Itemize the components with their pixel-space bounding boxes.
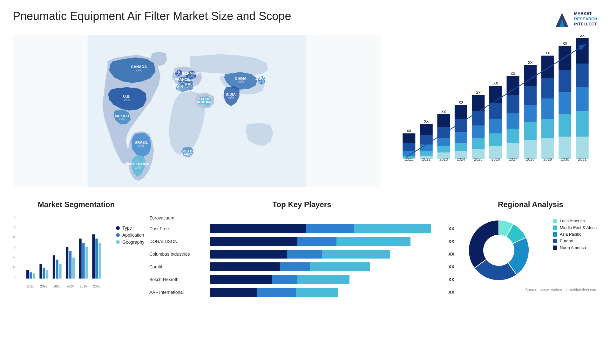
svg-rect-96 — [541, 138, 554, 159]
svg-text:xx%: xx% — [175, 88, 181, 91]
svg-rect-52 — [437, 138, 450, 146]
player-row: AAF InternationalXX — [149, 288, 454, 297]
svg-rect-94 — [541, 98, 554, 119]
svg-rect-74 — [489, 133, 502, 146]
player-bar-segment — [296, 288, 338, 297]
svg-text:2026: 2026 — [491, 157, 500, 162]
svg-rect-50 — [437, 114, 450, 127]
svg-rect-107 — [576, 64, 589, 87]
player-bar-container — [210, 224, 443, 233]
player-bar-container — [210, 262, 443, 271]
svg-text:xx%: xx% — [135, 166, 141, 169]
svg-text:2030: 2030 — [561, 157, 569, 162]
page-title: Pneumatic Equipment Air Filter Market Si… — [13, 10, 291, 23]
svg-text:2025: 2025 — [474, 157, 483, 162]
svg-rect-118 — [43, 268, 45, 279]
svg-rect-101 — [559, 92, 571, 114]
svg-text:MEXICO: MEXICO — [115, 114, 129, 118]
svg-rect-127 — [82, 243, 85, 279]
logo: MARKETRESEARCHINTELLECT — [552, 10, 597, 29]
segmentation-chart-svg — [24, 215, 103, 282]
players-list: EurovacuumDust FreeXXDONALDSONXXColumbus… — [149, 215, 454, 297]
svg-rect-99 — [559, 46, 571, 70]
player-row: CamfilXX — [149, 262, 454, 271]
svg-rect-106 — [576, 38, 589, 64]
player-row: Bosch RexrothXX — [149, 275, 454, 284]
svg-rect-93 — [541, 78, 554, 98]
growth-chart: XX2021XX2022XX2023XX2024XX2025XX2026XX20… — [391, 35, 597, 187]
svg-rect-100 — [559, 70, 571, 92]
player-bar-segment — [210, 237, 297, 246]
svg-text:xx%: xx% — [124, 98, 130, 102]
svg-rect-110 — [576, 137, 589, 159]
player-value: XX — [448, 226, 454, 231]
svg-rect-89 — [524, 140, 537, 159]
svg-rect-108 — [576, 87, 589, 111]
player-bar-segment — [210, 224, 306, 233]
players-title: Top Key Players — [149, 200, 454, 209]
regional-legend-item: Middle East & Africa — [553, 225, 597, 230]
legend-item: Geography — [116, 239, 144, 245]
player-bar-container — [210, 250, 443, 259]
regional-legend-box — [553, 232, 557, 237]
bottom-section: Market Segmentation 60 50 40 30 20 10 0 … — [13, 200, 597, 297]
player-bar-segment — [210, 250, 287, 259]
svg-rect-75 — [489, 146, 502, 159]
player-bar-segment — [210, 275, 272, 284]
svg-rect-82 — [507, 143, 519, 159]
svg-rect-131 — [98, 243, 101, 279]
svg-text:xx%: xx% — [258, 80, 265, 84]
svg-text:XX: XX — [580, 35, 585, 37]
svg-text:xx%: xx% — [200, 103, 207, 107]
segmentation-legend: TypeApplicationGeography — [116, 219, 144, 288]
svg-rect-122 — [59, 264, 62, 279]
svg-rect-59 — [455, 132, 467, 143]
world-map: CANADA xx% U.S. xx% MEXICO xx% BRAZIL xx… — [13, 35, 381, 187]
regional-legend-label: Latin America — [560, 219, 585, 223]
player-row: Columbus IndustriesXX — [149, 250, 454, 259]
svg-rect-116 — [33, 273, 35, 279]
player-value: XX — [448, 239, 454, 244]
svg-text:2028: 2028 — [526, 157, 535, 162]
regional-legend-item: North America — [553, 245, 597, 250]
svg-text:xx%: xx% — [186, 85, 193, 89]
svg-rect-95 — [541, 119, 554, 138]
legend-dot — [116, 233, 120, 237]
player-bar-segment — [280, 262, 310, 271]
regional-section: Regional Analysis Latin AmericaMiddle Ea… — [464, 200, 597, 297]
player-name: Columbus Industries — [149, 252, 207, 257]
svg-text:XX: XX — [424, 119, 429, 123]
svg-rect-44 — [420, 135, 433, 145]
regional-legend-label: Asia Pacific — [560, 232, 581, 237]
svg-rect-92 — [541, 56, 554, 78]
legend-dot — [116, 226, 120, 230]
player-bar-segment — [297, 237, 336, 246]
svg-rect-72 — [489, 103, 502, 119]
svg-text:XX: XX — [528, 61, 533, 64]
regional-legend-item: Asia Pacific — [553, 232, 597, 237]
player-name: Camfil — [149, 264, 207, 269]
player-name: AAF International — [149, 290, 207, 295]
svg-text:2022: 2022 — [422, 157, 430, 162]
svg-text:CHINA: CHINA — [235, 77, 247, 80]
player-bar-container — [210, 237, 443, 246]
svg-rect-67 — [472, 138, 485, 149]
legend-label: Type — [122, 226, 132, 231]
svg-text:XX: XX — [545, 51, 550, 55]
svg-rect-43 — [420, 124, 433, 135]
player-value: XX — [448, 264, 454, 269]
svg-text:xx%: xx% — [228, 96, 234, 99]
donut-chart — [464, 215, 534, 285]
svg-text:XX: XX — [459, 100, 464, 104]
svg-rect-123 — [66, 247, 68, 279]
svg-text:XX: XX — [511, 72, 515, 76]
svg-text:xx%: xx% — [185, 156, 191, 159]
player-row: DONALDSONXX — [149, 237, 454, 246]
regional-legend-label: Middle East & Africa — [560, 225, 597, 230]
svg-rect-36 — [403, 133, 415, 143]
svg-rect-129 — [92, 234, 95, 279]
legend-label: Application — [122, 233, 144, 238]
player-bar-segment — [287, 250, 322, 259]
svg-rect-53 — [437, 146, 450, 152]
svg-text:2024: 2024 — [457, 157, 465, 162]
